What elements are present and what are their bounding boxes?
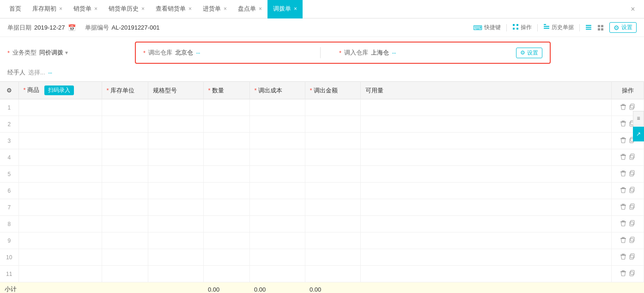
svg-rect-49	[630, 238, 633, 243]
delete-icon[interactable]	[620, 137, 626, 145]
svg-rect-32	[631, 171, 634, 175]
row-spec	[148, 249, 203, 266]
delete-icon[interactable]	[620, 270, 626, 278]
tab-close-sales-order[interactable]: ×	[94, 6, 97, 12]
tab-sales-history[interactable]: 销货单历史 ×	[103, 0, 150, 18]
row-product[interactable]	[18, 183, 102, 199]
delete-icon[interactable]	[620, 120, 626, 128]
scan-button[interactable]: 扫码录入	[44, 85, 74, 95]
warehouse-settings-button[interactable]: ⚙ 设置	[516, 48, 542, 58]
row-cost	[249, 183, 305, 199]
date-field: 单据日期 2019-12-27 📅	[7, 24, 76, 32]
svg-rect-8	[586, 27, 591, 28]
row-product[interactable]	[18, 249, 102, 266]
copy-icon[interactable]	[629, 187, 636, 195]
view-toggle-2[interactable]	[597, 24, 604, 31]
copy-icon[interactable]	[629, 220, 636, 228]
toolbar: 单据日期 2019-12-27 📅 单据编号 AL-20191227-001 ⌨…	[0, 18, 644, 37]
tab-bar: 首页 库存期初 × 销货单 × 销货单历史 × 查看销货单 × 进货单 × 盘点…	[0, 0, 644, 18]
row-qty	[203, 149, 249, 166]
tab-close-view-sales[interactable]: ×	[188, 6, 192, 12]
svg-rect-1	[516, 24, 518, 26]
business-type-field: * 业务类型 同价调拨 ▾	[7, 42, 128, 64]
copy-icon[interactable]	[629, 104, 636, 111]
row-product[interactable]	[18, 232, 102, 249]
copy-icon[interactable]	[629, 253, 636, 261]
calendar-icon[interactable]: 📅	[68, 24, 76, 31]
tab-close-purchase-order[interactable]: ×	[224, 6, 227, 12]
delete-icon[interactable]	[620, 203, 626, 211]
row-qty	[203, 216, 249, 232]
tab-close-transfer-order[interactable]: ×	[294, 6, 297, 12]
svg-rect-43	[622, 220, 625, 221]
in-warehouse-field: * 调入仓库 上海仓 ···	[339, 49, 498, 57]
row-product[interactable]	[18, 99, 102, 116]
row-operation	[612, 249, 644, 266]
row-product[interactable]	[18, 266, 102, 282]
history-button[interactable]: 历史单据	[543, 24, 574, 31]
view-toggle-1[interactable]	[585, 24, 592, 31]
row-product[interactable]	[18, 133, 102, 149]
delete-icon[interactable]	[620, 104, 626, 111]
tab-view-sales[interactable]: 查看销货单 ×	[150, 0, 197, 18]
settings-gear-icon: ⚙	[614, 24, 620, 31]
row-unit	[102, 99, 148, 116]
row-number: 8	[0, 216, 18, 232]
svg-rect-47	[622, 237, 625, 238]
copy-icon[interactable]	[629, 170, 636, 178]
in-warehouse-more-icon[interactable]: ···	[392, 49, 396, 56]
delete-icon[interactable]	[620, 253, 626, 261]
tab-close-sales-history[interactable]: ×	[141, 6, 145, 12]
window-close-button[interactable]: ×	[626, 2, 640, 17]
th-gear[interactable]: ⚙	[0, 82, 18, 99]
tab-home[interactable]: 首页	[4, 0, 27, 18]
copy-icon[interactable]	[629, 153, 636, 161]
delete-icon[interactable]	[620, 220, 626, 228]
row-number: 4	[0, 149, 18, 166]
th-amount: * 调出金额	[305, 82, 360, 99]
svg-rect-11	[601, 25, 603, 27]
table-row: 3	[0, 133, 644, 149]
operation-button[interactable]: 操作	[512, 24, 532, 31]
delete-icon[interactable]	[620, 153, 626, 161]
delete-icon[interactable]	[620, 170, 626, 178]
row-number: 7	[0, 199, 18, 216]
gear-column-icon: ⚙	[6, 87, 12, 94]
row-product[interactable]	[18, 216, 102, 232]
row-unit	[102, 199, 148, 216]
right-list-button[interactable]: ≡	[633, 111, 644, 126]
svg-rect-6	[544, 28, 549, 29]
row-unit	[102, 183, 148, 199]
settings-button[interactable]: ⚙ 设置	[609, 22, 637, 33]
tab-close-inventory-init[interactable]: ×	[59, 6, 62, 12]
shortcut-button[interactable]: ⌨ 快捷键	[473, 24, 501, 31]
copy-icon[interactable]	[629, 203, 636, 211]
tab-inventory-check[interactable]: 盘点单 ×	[232, 0, 267, 18]
row-product[interactable]	[18, 116, 102, 133]
delete-icon[interactable]	[620, 237, 626, 244]
row-available	[360, 266, 612, 282]
tab-inventory-init[interactable]: 库存期初 ×	[27, 0, 68, 18]
row-product[interactable]	[18, 199, 102, 216]
row-amount	[305, 133, 360, 149]
delete-icon[interactable]	[620, 187, 626, 195]
tab-sales-order[interactable]: 销货单 ×	[68, 0, 103, 18]
row-product[interactable]	[18, 166, 102, 183]
tab-close-inventory-check[interactable]: ×	[259, 6, 262, 12]
copy-icon[interactable]	[629, 237, 636, 244]
in-warehouse-value: 上海仓	[371, 49, 389, 57]
table-container: ⚙ * 商品 扫码录入 * 库存单位 规格型号 * 数量	[0, 81, 644, 293]
th-operation: 操作	[612, 82, 644, 99]
right-expand-button[interactable]: ↗	[633, 127, 644, 141]
out-warehouse-more-icon[interactable]: ···	[196, 49, 200, 56]
handler-select[interactable]: 选择...	[28, 68, 45, 77]
tab-transfer-order[interactable]: 调拨单 ×	[267, 0, 303, 18]
copy-icon[interactable]	[629, 270, 636, 278]
tab-purchase-order[interactable]: 进货单 ×	[197, 0, 232, 18]
handler-more-icon[interactable]: ···	[48, 69, 52, 76]
row-product[interactable]	[18, 149, 102, 166]
row-spec	[148, 232, 203, 249]
svg-rect-36	[631, 187, 634, 191]
table-row: 9	[0, 232, 644, 249]
business-type-select[interactable]: 同价调拨 ▾	[39, 49, 68, 57]
